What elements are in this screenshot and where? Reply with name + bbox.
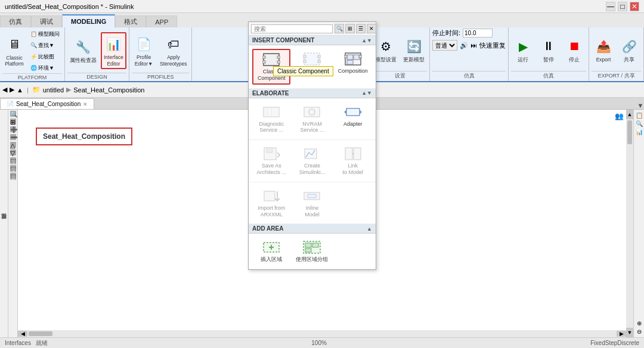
compare-icon: ⚡ [30,54,37,60]
svg-rect-1 [262,56,265,58]
minimize-button[interactable]: — [606,2,615,11]
inline-model-item[interactable]: InlineModel [293,186,331,220]
pause-button[interactable]: ⏸ 暂停 [537,35,561,64]
env-button[interactable]: 🌐 环境▼ [28,63,62,73]
sidebar-icon-bottom-1[interactable]: ⊕ [637,320,642,327]
nav-back-button[interactable]: ◀ [2,86,7,94]
design-buttons: 🔧 属性检查器 📊 InterfaceEditor [67,29,126,73]
model-settings-button[interactable]: ⚙ 模型设置 [373,35,399,64]
diagnostic-service-item[interactable]: DiagnosticService ... [252,102,290,136]
breadcrumb-item[interactable]: Seat_Heat_Composition [73,86,144,94]
close-button[interactable]: ✕ [630,2,639,11]
hscrollbar-thumb[interactable] [29,331,52,336]
import-from-arxxml-item[interactable]: Import fromARXXML [252,186,290,220]
create-simulink-item[interactable]: CreateSimulinki... [293,144,331,178]
model-tab-seat[interactable]: 📄 Seat_Heat_Composition ✕ [0,98,94,109]
share-button[interactable]: 🔗 共享 [617,35,641,64]
tab-debug[interactable]: 调试 [31,15,62,27]
run-button[interactable]: ▶ 运行 [511,35,535,64]
scroll-down-btn[interactable]: ▼ [626,328,633,337]
sidebar-icon-2[interactable]: 🔍 [636,120,643,127]
tab-format[interactable]: 格式 [115,15,146,27]
svg-rect-37 [305,243,311,247]
stop-button[interactable]: ⏹ 停止 [562,35,586,64]
update-model-label: 更新模型 [403,57,425,63]
scroll-right-icon[interactable]: ▼ [637,102,644,109]
stop-time-row: 停止时间: [432,29,493,38]
breadcrumb-root[interactable]: untitled [43,86,64,94]
stop-time-input[interactable] [463,29,493,38]
statusbar-left: Interfaces 就绪 [5,339,48,347]
property-inspector-button[interactable]: 🔧 属性检查器 [67,36,99,65]
elaborate-items-1: DiagnosticService ... NVRAMService ... A… [249,98,376,141]
list-view-btn[interactable]: ☰ [356,24,366,33]
insert-area-item[interactable]: 插入区域 [252,237,290,265]
view-minus[interactable]: ➖ [10,134,16,140]
section-arrows[interactable]: ▲▼ [361,38,372,44]
apply-stereotypes-button[interactable]: 🏷 ApplyStereotypes [157,33,189,68]
zoom-level: 100% [311,340,327,346]
svg-rect-5 [304,53,320,65]
simulation-mode-select[interactable]: 普通 [432,40,457,51]
interfaces-label[interactable]: Interfaces [5,340,31,346]
view-box1[interactable]: ⬚ [10,157,16,163]
profile-editor-button[interactable]: 📄 ProfileEditor▼ [132,33,156,68]
search-btn[interactable]: 🔍 [335,24,344,33]
canvas-scrollbar-h[interactable]: ◀ ▶ [18,330,626,337]
add-area-arrows[interactable]: ▲ [367,226,372,232]
sidebar-icon-bottom-2[interactable]: ⊖ [637,328,642,335]
canvas-scrollbar-v[interactable]: ▲ ▼ [626,110,633,337]
view-grid[interactable]: ⊞ [10,119,16,125]
view-up[interactable]: △ [10,142,16,148]
insert-search-input[interactable] [251,24,333,33]
scrollbar-thumb[interactable] [627,120,632,144]
scroll-left-btn[interactable]: ◀ [18,331,27,337]
connections-icon[interactable]: 👥 [615,112,624,120]
tab-modeling[interactable]: MODELING [62,14,115,27]
apply-stereotypes-label: ApplyStereotypes [160,54,187,66]
svg-rect-0 [264,54,279,66]
elaborate-arrows[interactable]: ▲▼ [361,90,372,96]
grid-view-btn[interactable]: ⊞ [345,24,355,33]
link-to-model-item[interactable]: Linkto Model [334,144,372,178]
update-model-button[interactable]: 🔄 更新模型 [401,35,427,64]
composition-item[interactable]: Composition [334,49,372,85]
link-to-model-icon [344,146,362,161]
model-tab-close[interactable]: ✕ [83,101,88,107]
scroll-right-btn[interactable]: ▶ [617,331,626,337]
view-add[interactable]: ➕ [10,126,16,132]
find-button[interactable]: 🔍 查找▼ [28,40,62,51]
sidebar-icon-1[interactable]: 📋 [636,112,643,119]
sidebar-icon-3[interactable]: 📊 [636,129,643,135]
seat-heat-composition-block[interactable]: Seat_Heat_Composition [36,128,132,145]
close-dd-btn[interactable]: ✕ [367,24,376,33]
left-panel: 模型视窗 [0,110,8,337]
save-as-architects-item[interactable]: Save AsArchitects ... [252,144,290,178]
svg-rect-3 [277,56,280,58]
model-advisor-button[interactable]: 📋 模型顾问 [28,29,62,39]
nav-forward-button[interactable]: ▶ [10,86,14,94]
classic-platform-button[interactable]: 🖥 ClassicPlatform [2,33,26,69]
interface-editor-icon: 📊 [104,35,123,54]
platform-group-label: PLATFORM [2,73,62,80]
view-down[interactable]: ▽ [10,150,16,156]
tab-simulation[interactable]: 仿真 [0,15,31,27]
scroll-up-btn[interactable]: ▲ [626,110,633,119]
find-label: 查找▼ [38,42,54,49]
svg-rect-2 [262,61,265,63]
interface-editor-button[interactable]: 📊 InterfaceEditor [101,32,126,69]
export-button[interactable]: 📤 Export [592,35,615,64]
property-inspector-label: 属性检查器 [70,57,97,63]
view-box3[interactable]: ⬚ [10,173,16,179]
view-zoom-in[interactable]: 🔍 [10,111,16,117]
tab-app[interactable]: APP [146,15,177,27]
maximize-button[interactable]: □ [618,2,627,11]
nvram-service-item[interactable]: NVRAMService ... [293,102,331,136]
view-panel: 🔍 ⊞ ➕ ➖ △ ▽ ⬚ ⬚ ⬚ [8,110,18,337]
title-bar: untitled/Seat_Heat_Composition * - Simul… [0,0,644,13]
compare-button[interactable]: ⚡ 比较图 [28,51,62,62]
use-area-group-item[interactable]: 使用区域分组 [293,237,331,265]
nav-up-button[interactable]: ▲ [17,86,23,94]
view-box2[interactable]: ⬚ [10,165,16,171]
adapter-item[interactable]: Adapter [334,102,372,136]
